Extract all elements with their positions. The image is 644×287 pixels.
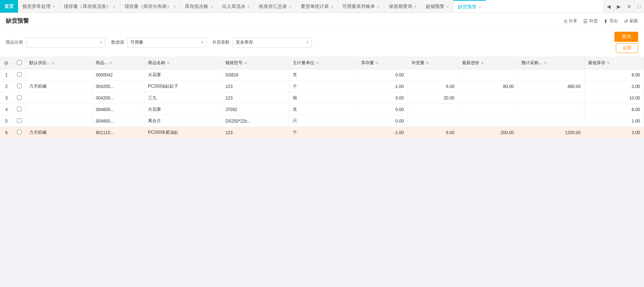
tab-item-shortage[interactable]: 缺货预警×: [453, 0, 486, 13]
td-stock-3: 0.00: [357, 92, 408, 104]
row-checkbox-5[interactable]: [17, 118, 22, 123]
td-est-purchase-4: [518, 104, 584, 115]
tab-item-exception[interactable]: 拣货异常处理×: [18, 0, 60, 13]
td-stock-1: 0.00: [357, 69, 408, 81]
replenish-button[interactable]: ☰ 补货: [583, 18, 598, 24]
datasource-label: 数据源: [111, 39, 124, 45]
td-supplier-5: [25, 115, 92, 127]
tab-item-stock-status[interactable]: 现存量（库存状况表）×: [60, 0, 120, 13]
category-select[interactable]: ▾: [26, 37, 105, 48]
replenish-base-select-value: 安全库存: [236, 39, 301, 45]
sort-supplier-icon[interactable]: ⇅: [52, 61, 55, 65]
td-est-purchase-1: [518, 69, 584, 81]
td-row-num-1: 1: [0, 69, 13, 81]
tab-label-inout-flow: 出入库流水: [222, 3, 245, 10]
datasource-select-wrapper: 可用量 ▾: [127, 37, 206, 48]
row-checkbox-6[interactable]: [17, 130, 22, 134]
share-button[interactable]: ⎘ 分享: [564, 18, 577, 24]
tab-nav-buttons: ◀ ▶ ✕ □: [604, 0, 644, 13]
main-content: 缺货预警 ⎘ 分享 ☰ 补货 ⬆ 导出 ↺ 刷新 商品分类: [0, 13, 644, 138]
replenish-base-filter-group: 补货基数 安全库存 ▾: [212, 37, 312, 48]
td-spec-2: 123: [222, 81, 289, 92]
td-unit-3: 箱: [289, 92, 357, 104]
datasource-select[interactable]: 可用量 ▾: [127, 37, 206, 48]
td-product-name-6: PC200张紧油缸: [144, 127, 222, 138]
tab-close-overstock[interactable]: ×: [447, 4, 449, 9]
td-min-stock-2: 3.00: [584, 81, 644, 92]
tab-close-stock-dist[interactable]: ×: [174, 4, 176, 9]
td-supplier-3: [25, 92, 92, 104]
td-latest-price-5: [458, 115, 518, 127]
table-row: 1 0000042 火花塞 SS816 支 0.00 8.00: [0, 69, 644, 81]
settings-button[interactable]: 设置: [616, 43, 638, 53]
tab-maximize[interactable]: □: [634, 0, 644, 13]
row-checkbox-3[interactable]: [17, 95, 22, 100]
tab-item-order-stats[interactable]: 要货单统计表×: [296, 0, 338, 13]
page-header: 缺货预警 ⎘ 分享 ☰ 补货 ⬆ 导出 ↺ 刷新: [0, 13, 644, 28]
sort-min-stock-icon[interactable]: ⇅: [607, 61, 610, 65]
tab-close-available-ledger[interactable]: ×: [377, 4, 379, 9]
tab-item-home[interactable]: 首页: [0, 0, 18, 13]
tab-item-available-ledger[interactable]: 可用量库存账本×: [338, 0, 384, 13]
tab-close-stock-status[interactable]: ×: [113, 4, 115, 9]
td-unit-6: 个: [289, 127, 357, 138]
tab-scroll-left[interactable]: ◀: [604, 0, 614, 13]
replenish-base-select[interactable]: 安全库存 ▾: [232, 37, 312, 48]
td-latest-price-3: [458, 92, 518, 104]
tab-close-recv-summary[interactable]: ×: [289, 4, 291, 9]
sort-product-name-icon[interactable]: ⇅: [167, 61, 170, 65]
tab-item-recv-summary[interactable]: 收发存汇总表×: [254, 0, 296, 13]
tab-item-batch-account[interactable]: 库存批次账×: [180, 0, 217, 13]
tab-close-inout-flow[interactable]: ×: [248, 4, 250, 9]
tab-label-home: 首页: [4, 3, 14, 10]
sort-unit-icon[interactable]: ⇅: [316, 61, 319, 65]
sort-product-code-icon[interactable]: ⇅: [109, 61, 112, 65]
row-checkbox-2[interactable]: [17, 84, 22, 88]
filter-actions: 查询 设置: [614, 32, 638, 53]
select-all-checkbox[interactable]: [17, 60, 22, 65]
sort-est-purchase-icon[interactable]: ⇅: [544, 61, 547, 65]
th-product-name: 商品名称 ⇅: [144, 57, 222, 69]
replenish-base-select-wrapper: 安全库存 ▾: [232, 37, 312, 48]
sort-stock-icon[interactable]: ⇅: [375, 61, 378, 65]
table-settings-icon[interactable]: ⚙: [4, 60, 9, 66]
category-label: 商品分类: [6, 39, 23, 45]
td-replenish-2: 6.00: [408, 81, 458, 92]
th-unit: 主计量单位 ⇅: [289, 57, 357, 69]
td-stock-5: 0.00: [357, 115, 408, 127]
export-button[interactable]: ⬆ 导出: [604, 18, 618, 24]
td-replenish-4: [408, 104, 458, 115]
refresh-button[interactable]: ↺ 刷新: [624, 18, 638, 24]
td-product-code-2: 004200...: [92, 81, 144, 92]
tab-close-shortage[interactable]: ×: [479, 5, 481, 9]
sort-replenish-icon[interactable]: ⇅: [426, 61, 429, 65]
tab-close-exception[interactable]: ×: [53, 4, 55, 9]
replenish-base-chevron-icon: ▾: [306, 40, 309, 45]
tab-item-stock-dist[interactable]: 现存量（库存分布表）×: [120, 0, 180, 13]
row-checkbox-1[interactable]: [17, 72, 22, 77]
row-checkbox-4[interactable]: [17, 107, 22, 111]
table-row: 4 004600... 火花塞 J7092 支 0.00 8.00: [0, 104, 644, 115]
filter-row: 商品分类 ▾ 数据源 可用量 ▾ 补货基数 安全库存: [0, 28, 644, 57]
tab-item-overstock[interactable]: 超储预警×: [421, 0, 453, 13]
tab-close-all[interactable]: ✕: [624, 0, 634, 13]
query-button[interactable]: 查询: [614, 32, 638, 42]
td-latest-price-1: [458, 69, 518, 81]
tab-item-expiry-query[interactable]: 保质期查询×: [384, 0, 421, 13]
td-unit-5: 只: [289, 115, 357, 127]
td-product-code-4: 004600...: [92, 104, 144, 115]
tab-close-order-stats[interactable]: ×: [331, 4, 333, 9]
td-unit-4: 支: [289, 104, 357, 115]
sort-latest-price-icon[interactable]: ⇅: [481, 61, 484, 65]
sort-spec-icon[interactable]: ⇅: [244, 61, 247, 65]
td-product-code-5: 004800...: [92, 115, 144, 127]
td-replenish-6: 6.00: [408, 127, 458, 138]
td-min-stock-6: 3.00: [584, 127, 644, 138]
td-checkbox-6: [13, 127, 25, 138]
tab-item-inout-flow[interactable]: 出入库流水×: [218, 0, 254, 13]
tab-close-expiry-query[interactable]: ×: [414, 4, 417, 9]
tab-close-batch-account[interactable]: ×: [210, 4, 213, 9]
tab-scroll-right[interactable]: ▶: [614, 0, 624, 13]
replenish-icon: ☰: [583, 18, 588, 24]
td-est-purchase-5: [518, 115, 584, 127]
